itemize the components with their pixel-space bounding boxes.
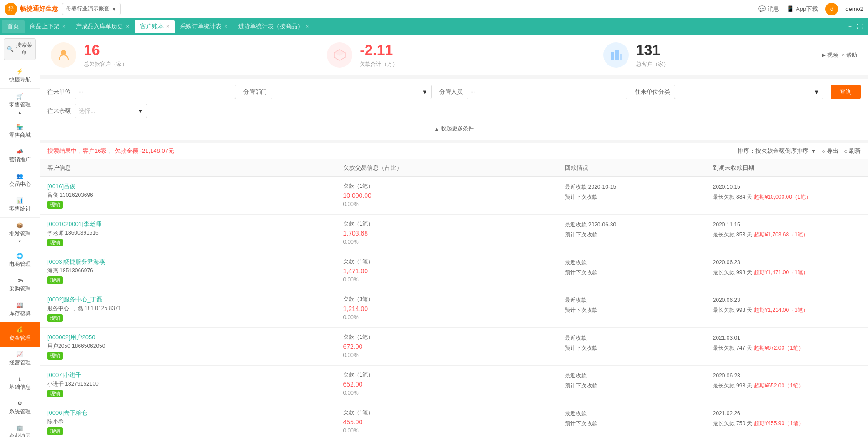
filter-area: 往来单位 ··· 分管部门 ▼ 分管人员 ··· — [40, 79, 868, 140]
sidebar-item-member[interactable]: 👥 会员中心 — [0, 168, 40, 193]
sidebar-item-retail-mall[interactable]: 🏪 零售商城 — [0, 119, 40, 144]
customer-name-link[interactable]: [0002]服务中心_丁磊 — [47, 296, 102, 303]
overdue-cell: 2021.02.26 最长欠款 750 天 超期¥455.90（1笔） — [713, 409, 861, 428]
tab-close-icon[interactable]: × — [166, 24, 169, 29]
customer-phone: 小进千 18279152100 — [47, 380, 343, 388]
overdue-link[interactable]: 超期¥672.00（1笔） — [754, 345, 804, 351]
customer-name-link[interactable]: [0001020001]李老师 — [47, 221, 101, 227]
help-button[interactable]: ○ 帮助 — [842, 51, 857, 59]
sidebar-retail-mgmt-label: 零售管理 — [9, 101, 31, 109]
result-bar: 搜索结果中，客户16家， 欠款金额 -21,148.07元 排序：按欠款金额倒序… — [40, 143, 868, 159]
sidebar-item-retail-mgmt[interactable]: 🛒 零售管理 ▲ — [0, 89, 40, 119]
sidebar-marketing-label: 营销推广 — [9, 156, 31, 164]
sidebar-item-purchase[interactable]: 🛍 采购管理 — [0, 273, 40, 297]
tab-close-icon[interactable]: × — [306, 24, 309, 29]
sidebar-item-marketing[interactable]: 📣 营销推广 — [0, 144, 40, 168]
message-button[interactable]: 💬 消息 — [758, 5, 779, 13]
tab-import-summary-label: 进货单统计表（按商品） — [238, 22, 303, 30]
overdue-link[interactable]: 超期¥1,703.68（1笔） — [754, 231, 808, 238]
tab-close-icon[interactable]: × — [224, 24, 227, 29]
person-input[interactable]: ··· — [467, 85, 628, 99]
sidebar-item-operation[interactable]: 📈 经营管理 — [0, 347, 40, 371]
debt-cell: 欠款（1笔） 1,703.68 0.00% — [343, 220, 565, 245]
tab-close-icon[interactable]: × — [62, 24, 65, 29]
vendor-input[interactable]: ··· — [75, 85, 236, 99]
tab-import-summary[interactable]: 进货单统计表（按商品） × — [233, 20, 314, 33]
sort-selector[interactable]: 排序：按欠款金额倒序排序 ▼ — [738, 147, 816, 155]
chevron-down-icon: ▲ — [18, 110, 22, 115]
customer-tag: 现销 — [47, 201, 63, 209]
debt-count: 欠款（1笔） — [343, 409, 565, 417]
sidebar-item-batch-mgmt[interactable]: 📦 批发管理 ▼ — [0, 218, 40, 248]
stat-card-debt-amount: -2.11 欠款合计（万） — [316, 35, 592, 75]
tab-purchase-summary[interactable]: 采购订单统计表 × — [175, 20, 232, 33]
maximize-icon[interactable]: ⛶ — [857, 23, 863, 30]
table-row: [000002]用户2050 用户2050 18665062050 现销 欠款（… — [40, 328, 868, 366]
sidebar-system-label: 系统管理 — [9, 408, 31, 416]
collapse-label: 收起更多条件 — [441, 125, 474, 132]
tab-bar: 首页 商品上下架 × 产成品入库单历史 × 客户账本 × 采购订单统计表 × 进… — [0, 18, 868, 35]
chevron-down-icon: ▼ — [137, 108, 143, 115]
sidebar-item-retail-stats[interactable]: 📊 零售统计 — [0, 193, 40, 217]
tab-customer-account[interactable]: 客户账本 × — [135, 20, 175, 33]
customer-name-link[interactable]: [0016]吕俊 — [47, 183, 75, 190]
tab-product-offline[interactable]: 商品上下架 × — [25, 20, 70, 33]
debt-amount: 455.90 — [343, 418, 565, 426]
basic-info-icon: ℹ — [19, 376, 21, 382]
col-customer-info: 客户信息 — [47, 164, 343, 172]
company-selector[interactable]: 母婴行业演示账套 ▼ — [62, 3, 121, 15]
stat-total-info: 131 总客户（家） — [636, 42, 669, 68]
user-avatar[interactable]: d — [825, 3, 838, 15]
collapse-button[interactable]: ▲ 收起更多条件 — [434, 125, 474, 132]
chevron-down-icon: ▼ — [111, 6, 117, 12]
customer-name-link[interactable]: [0006]去下粮仓 — [47, 409, 87, 416]
tab-purchase-summary-label: 采购订单统计表 — [180, 22, 221, 30]
customer-tag: 现销 — [47, 314, 63, 322]
customer-name-link[interactable]: [0003]畅捷服务尹海燕 — [47, 258, 105, 265]
sidebar-item-enterprise[interactable]: 🏢 企业协同 — [0, 420, 40, 437]
help-icon: ○ — [842, 52, 845, 58]
due-date: 2020.06.23 — [713, 371, 861, 381]
minimize-icon[interactable]: － — [847, 22, 853, 30]
customer-name-link[interactable]: [000002]用户2050 — [47, 334, 95, 341]
overdue-link[interactable]: 超期¥652.00（1笔） — [754, 382, 804, 389]
sidebar-item-ecommerce[interactable]: 🌐 电商管理 — [0, 248, 40, 273]
refresh-label: 刷新 — [849, 147, 861, 155]
sidebar-item-basic-info[interactable]: ℹ 基础信息 — [0, 371, 40, 396]
collection-cell: 最近收款 预计下次收款 — [565, 371, 712, 391]
search-menu-button[interactable]: 🔍 搜索菜单 — [4, 38, 36, 60]
table-row: [0016]吕俊 吕俊 13026203696 现销 欠款（1笔） 10,000… — [40, 177, 868, 215]
sidebar-item-system[interactable]: ⚙ 系统管理 — [0, 396, 40, 420]
overdue-days: 最长欠款 998 天 — [713, 382, 753, 389]
data-table: 客户信息 欠款交易信息（占比） 回款情况 到期未收款日期 [0016]吕俊 吕俊… — [40, 159, 868, 437]
category-select[interactable]: ▼ — [674, 85, 823, 99]
overdue-link[interactable]: 超期¥1,214.00（3笔） — [754, 307, 808, 313]
tab-product-history[interactable]: 产成品入库单历史 × — [70, 20, 134, 33]
overdue-link[interactable]: 超期¥10,000.00（1笔） — [754, 194, 812, 200]
dept-select[interactable]: ▼ — [271, 85, 432, 99]
tab-close-icon[interactable]: × — [126, 24, 129, 29]
marketing-icon: 📣 — [16, 148, 23, 155]
sort-icon: ▼ — [810, 148, 816, 155]
tab-window-actions: － ⛶ — [843, 22, 866, 30]
user-initial: d — [830, 6, 833, 12]
overdue-link[interactable]: 超期¥455.90（1笔） — [754, 420, 804, 427]
app-download-button[interactable]: 📱 App下载 — [787, 5, 818, 13]
view-video-button[interactable]: ▶ 视频 — [822, 51, 838, 59]
sidebar-item-finance[interactable]: 💰 资金管理 — [0, 322, 40, 347]
sidebar-item-quick-nav[interactable]: ⚡ 快捷导航 — [0, 64, 40, 88]
refresh-button[interactable]: ○ 刷新 — [844, 147, 861, 155]
sidebar-item-warehouse[interactable]: 🏭 库存核算 — [0, 297, 40, 322]
top-bar-right: 💬 消息 📱 App下载 d demo2 — [758, 3, 863, 15]
tab-home[interactable]: 首页 — [2, 20, 25, 33]
sidebar-warehouse-label: 库存核算 — [9, 310, 31, 317]
search-button[interactable]: 查询 — [831, 85, 861, 99]
export-button[interactable]: ○ 导出 — [822, 147, 838, 155]
message-icon: 💬 — [758, 5, 766, 12]
stat-icon-total — [603, 42, 629, 68]
next-payment: 预计下次收款 — [565, 343, 712, 353]
overdue-link[interactable]: 超期¥1,471.00（1笔） — [754, 269, 808, 276]
balance-select[interactable]: 选择... ▼ — [75, 104, 147, 118]
chevron-down-icon: ▼ — [422, 89, 428, 95]
customer-name-link[interactable]: [0007]小进千 — [47, 372, 81, 378]
